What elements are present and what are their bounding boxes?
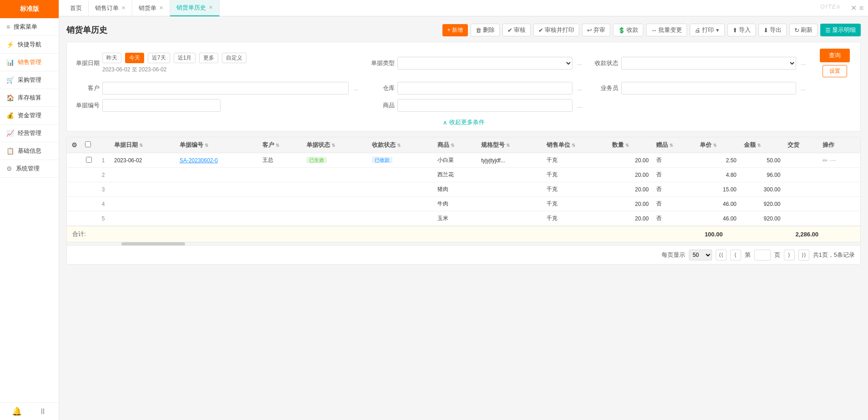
doc-type-select[interactable]: [397, 57, 572, 70]
sidebar-item-basic[interactable]: 📋 基础信息: [0, 142, 59, 160]
customer-ellipsis[interactable]: ...: [351, 85, 360, 92]
sidebar-item-sales[interactable]: 📊 销售管理: [0, 54, 59, 71]
tab-bar-close-icon[interactable]: ✕: [851, 4, 857, 12]
warehouse-label: 仓库: [369, 84, 395, 92]
th-delivery[interactable]: 交货: [784, 137, 819, 153]
notification-icon[interactable]: 🔔: [12, 406, 22, 416]
sidebar-item-finance[interactable]: 💰 资金管理: [0, 107, 59, 125]
pay-status-ellipsis[interactable]: ...: [799, 60, 808, 66]
pay-status-badge: 已收款: [372, 157, 392, 163]
import-button[interactable]: ⬆ 导入: [728, 24, 756, 36]
edit-icon[interactable]: ✏: [823, 157, 828, 164]
sidebar-item-purchase[interactable]: 🛒 采购管理: [0, 71, 59, 89]
tab-sales-delivery-close[interactable]: ✕: [159, 5, 163, 11]
more-icon[interactable]: ⋯: [830, 157, 836, 164]
print-button[interactable]: 🖨 打印 ▼: [690, 24, 725, 36]
tab-sales-delivery[interactable]: 销货单 ✕: [132, 0, 170, 16]
tab-bar-more-icon[interactable]: ≡: [859, 4, 863, 12]
delete-button[interactable]: 🗑 删除: [471, 24, 500, 36]
pause-icon[interactable]: ⏸: [39, 407, 47, 416]
column-settings-icon[interactable]: ⚙: [71, 141, 77, 149]
goods-ellipsis[interactable]: ...: [575, 102, 584, 109]
page-text: 第: [745, 251, 751, 259]
page-next-btn[interactable]: ⟩: [784, 250, 795, 260]
cell-delivery: [784, 153, 819, 168]
filter-sales-person: 业务员 ...: [593, 82, 808, 95]
warehouse-ellipsis[interactable]: ...: [575, 85, 584, 92]
collect-icon: 💲: [618, 27, 625, 34]
th-price[interactable]: 单价⇅: [696, 137, 740, 153]
tab-sales-order-close[interactable]: ✕: [121, 5, 125, 11]
th-goods[interactable]: 商品⇅: [434, 137, 478, 153]
th-gift[interactable]: 赠品⇅: [652, 137, 697, 153]
th-order-no[interactable]: 单据编号⇅: [176, 137, 259, 153]
tab-sales-history[interactable]: 销货单历史 ✕: [170, 0, 220, 16]
sidebar-item-inventory[interactable]: 🏠 库存核算: [0, 89, 59, 107]
query-button[interactable]: 查询: [820, 49, 850, 62]
audit-button[interactable]: ✔ 审核: [502, 24, 531, 36]
sidebar-item-operation[interactable]: 📈 经营管理: [0, 125, 59, 142]
th-date[interactable]: 单据日期⇅: [110, 137, 176, 153]
pay-status-select[interactable]: [621, 57, 796, 70]
show-details-button[interactable]: ☰ 显示明细: [820, 24, 861, 36]
set-button[interactable]: 设置: [823, 65, 847, 77]
th-unit[interactable]: 销售单位⇅: [543, 137, 608, 153]
sidebar-item-quick-nav[interactable]: ⚡ 快捷导航: [0, 36, 59, 54]
system-icon: ⚙: [6, 165, 12, 172]
filter-more-toggle[interactable]: ∧ 收起更多条件: [74, 116, 853, 127]
page-last-btn[interactable]: ⟩⟩: [798, 250, 809, 260]
page-input[interactable]: 1: [754, 250, 771, 260]
date-today[interactable]: 今天: [125, 53, 144, 63]
date-custom[interactable]: 自定义: [222, 53, 246, 63]
date-7days[interactable]: 近7天: [148, 53, 170, 63]
order-no-link[interactable]: SA-20230602-0: [180, 157, 218, 164]
page-size-select[interactable]: 50 100 200: [689, 250, 712, 260]
cell-delivery: [784, 211, 819, 226]
row-checkbox[interactable]: [86, 157, 92, 163]
sidebar-item-label: 搜索菜单: [14, 23, 37, 31]
abandon-button[interactable]: ↩ 弃审: [582, 24, 610, 36]
th-qty[interactable]: 数量⇅: [608, 137, 652, 153]
data-table: ⚙ 单据日期⇅ 单据编号⇅ 客户⇅: [67, 137, 860, 226]
doc-type-ellipsis[interactable]: ...: [575, 60, 584, 66]
filter-customer: 客户 ...: [74, 82, 360, 95]
sales-person-ellipsis[interactable]: ...: [799, 85, 808, 92]
select-all-checkbox[interactable]: [85, 141, 91, 147]
th-spec[interactable]: 规格型号⇅: [477, 137, 543, 153]
warehouse-input[interactable]: [397, 82, 572, 95]
tab-sales-order[interactable]: 销售订单 ✕: [89, 0, 132, 16]
cell-gift: 否: [652, 153, 697, 168]
th-customer[interactable]: 客户⇅: [259, 137, 303, 153]
goods-input[interactable]: [397, 99, 572, 112]
order-no-input[interactable]: [102, 99, 221, 112]
cell-delivery: [784, 197, 819, 211]
page-first-btn[interactable]: ⟨⟨: [716, 250, 727, 260]
date-more[interactable]: 更多: [199, 53, 218, 63]
scroll-track[interactable]: [67, 242, 860, 245]
cell-order-no: [176, 182, 259, 197]
batch-change-button[interactable]: ↔ 批量变更: [646, 24, 687, 36]
sidebar-item-search-menu[interactable]: ≡ 搜索菜单: [0, 18, 59, 36]
filter-date: 单据日期 昨天 今天 近7天 近1月 更多 自定义 2023-06-02 至 2…: [74, 53, 360, 74]
refresh-button[interactable]: ↻ 刷新: [789, 24, 818, 36]
th-doc-status[interactable]: 单据状态⇅: [303, 137, 368, 153]
collect-button[interactable]: 💲 收款: [613, 24, 643, 36]
customer-input[interactable]: [102, 82, 349, 95]
cell-spec: [477, 211, 543, 226]
page-prev-btn[interactable]: ⟨: [730, 250, 741, 260]
audit-print-button[interactable]: ✔ 审核并打印: [533, 24, 579, 36]
th-settings[interactable]: ⚙: [67, 137, 81, 153]
th-pay-status[interactable]: 收款状态⇅: [368, 137, 434, 153]
date-yesterday[interactable]: 昨天: [102, 53, 121, 63]
abandon-icon: ↩: [587, 27, 592, 34]
export-button[interactable]: ⬇ 导出: [758, 24, 787, 36]
cell-qty: 20.00: [608, 197, 652, 211]
th-amount[interactable]: 金额⇅: [740, 137, 784, 153]
new-button[interactable]: + 新增: [442, 24, 468, 36]
tab-home[interactable]: 首页: [64, 0, 89, 16]
sidebar-item-system[interactable]: ⚙ 系统管理: [0, 160, 59, 178]
sales-person-input[interactable]: [621, 82, 796, 95]
tab-sales-history-close[interactable]: ✕: [209, 5, 213, 10]
audit-icon: ✔: [507, 27, 512, 34]
date-1month[interactable]: 近1月: [174, 53, 196, 63]
